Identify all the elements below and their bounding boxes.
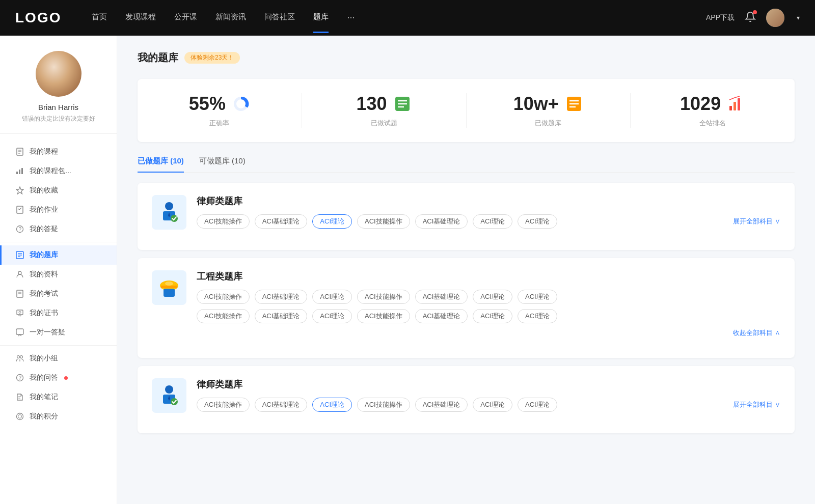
qbank-card-header: 律师类题库 ACI技能操作 ACI基础理论 ACI理论 ACI技能操作 ACI基… [152,378,780,413]
sidebar-item-answers[interactable]: ? 我的答疑 [0,219,117,239]
tag[interactable]: ACI理论 [473,214,512,229]
sidebar-item-course-pack[interactable]: 我的课程包... [0,161,117,181]
svg-rect-5 [19,170,20,174]
nav-discover[interactable]: 发现课程 [125,12,156,24]
nav-qbank[interactable]: 题库 [313,12,329,24]
stat-top: 55% [189,93,250,115]
stat-top: 1029 [680,93,745,115]
logo: LOGO [15,10,61,26]
sidebar-label: 一对一答疑 [30,328,65,337]
sidebar-item-homework[interactable]: 我的作业 [0,200,117,219]
sidebar-item-group[interactable]: 我的小组 [0,349,117,368]
qbank-card-lawyer-1: 律师类题库 ACI技能操作 ACI基础理论 ACI理论 ACI技能操作 ACI基… [138,183,795,250]
sidebar-item-favorites[interactable]: 我的收藏 [0,181,117,200]
user-name: Brian Harris [38,103,78,111]
tag[interactable]: ACI基础理论 [415,290,468,304]
tags-row-extra: ACI技能操作 ACI基础理论 ACI理论 ACI技能操作 ACI基础理论 AC… [197,309,780,323]
tag[interactable]: ACI技能操作 [357,214,410,229]
qbank-icon [15,250,24,260]
sidebar-item-cert[interactable]: 我的证书 [0,303,117,323]
tag[interactable]: ACI技能操作 [357,290,410,304]
qbank-card-lawyer-2: 律师类题库 ACI技能操作 ACI基础理论 ACI理论 ACI技能操作 ACI基… [138,366,795,433]
tag[interactable]: ACI理论 [518,290,557,304]
bar-red-icon [727,95,745,113]
tag[interactable]: ACI理论 [518,398,557,412]
user-avatar[interactable] [766,9,784,27]
sidebar-item-my-courses[interactable]: 我的课程 [0,142,117,161]
tag-selected[interactable]: ACI理论 [312,398,352,412]
tag[interactable]: ACI理论 [473,309,512,323]
qbank-title: 工程类题库 [197,270,780,283]
svg-point-43 [165,202,173,210]
sidebar-item-points[interactable]: 我的积分 [0,407,117,426]
app-download[interactable]: APP下载 [706,13,735,22]
stat-done-banks: 10w+ 已做题库 [467,93,631,128]
tag[interactable]: ACI基础理论 [415,214,468,229]
sidebar-item-notes[interactable]: 我的笔记 [0,387,117,407]
tag[interactable]: ACI技能操作 [357,309,410,323]
expand-link[interactable]: 展开全部科目 ∨ [733,400,780,409]
tag[interactable]: ACI技能操作 [197,214,250,229]
navbar-more[interactable]: ··· [347,12,355,24]
stat-label: 全站排名 [699,119,726,128]
navbar: LOGO 首页 发现课程 公开课 新闻资讯 问答社区 题库 ··· APP下载 … [0,0,815,36]
tag[interactable]: ACI基础理论 [415,398,468,412]
sidebar-label: 我的笔记 [30,393,58,402]
sidebar-label: 我的考试 [30,289,58,298]
sidebar-item-qbank[interactable]: 我的题库 [0,245,117,265]
expand-link[interactable]: 展开全部科目 ∨ [733,217,780,226]
stat-label: 正确率 [209,119,229,128]
cert-icon [15,309,24,318]
qa-icon: ? [15,373,24,382]
star-icon [15,186,24,195]
avatar-chevron[interactable]: ▾ [797,14,800,21]
sidebar-item-questions[interactable]: ? 我的问答 [0,368,117,387]
notification-bell[interactable] [745,11,756,24]
sidebar-item-exam[interactable]: 我的考试 [0,284,117,303]
sidebar-menu: 我的课程 我的课程包... 我的收藏 我的作业 [0,139,117,429]
tag[interactable]: ACI基础理论 [255,309,308,323]
sidebar-label: 我的资料 [30,270,58,279]
stat-value: 10w+ [513,93,559,115]
tag[interactable]: ACI理论 [312,290,352,304]
svg-rect-48 [161,286,177,288]
collapse-link[interactable]: 收起全部科目 ∧ [197,328,780,338]
tag[interactable]: ACI技能操作 [197,290,250,304]
svg-point-15 [18,271,21,274]
trial-badge: 体验剩余23天！ [184,52,240,64]
nav-qa[interactable]: 问答社区 [264,12,295,24]
stat-rank: 1029 全站排名 [631,93,795,128]
sidebar-label: 我的证书 [30,309,58,318]
nav-home[interactable]: 首页 [92,12,107,24]
tab-done[interactable]: 已做题库 (10) [138,156,184,172]
tag-selected[interactable]: ACI理论 [312,214,352,229]
tag[interactable]: ACI技能操作 [197,398,250,412]
tag[interactable]: ACI技能操作 [357,398,410,412]
question-icon: ? [15,225,24,234]
divider [0,242,117,242]
tag[interactable]: ACI基础理论 [255,214,308,229]
tag[interactable]: ACI理论 [473,290,512,304]
chat-icon [15,328,24,337]
tag[interactable]: ACI基础理论 [255,398,308,412]
notification-dot [753,10,757,14]
tag[interactable]: ACI理论 [518,309,557,323]
svg-rect-49 [165,282,173,286]
stat-done-questions: 130 已做试题 [302,93,467,128]
tag[interactable]: ACI基础理论 [415,309,468,323]
sidebar-item-tutoring[interactable]: 一对一答疑 [0,323,117,342]
svg-point-20 [19,312,21,314]
sidebar-item-profile[interactable]: 我的资料 [0,265,117,284]
tag[interactable]: ACI理论 [518,214,557,229]
qbank-icon-lawyer [152,195,186,230]
nav-news[interactable]: 新闻资讯 [215,12,246,24]
tag[interactable]: ACI技能操作 [197,309,250,323]
svg-rect-6 [21,168,23,174]
nav-open-course[interactable]: 公开课 [174,12,197,24]
notes-icon [15,393,24,402]
tag[interactable]: ACI理论 [312,309,352,323]
tags-row: ACI技能操作 ACI基础理论 ACI理论 ACI技能操作 ACI基础理论 AC… [197,398,780,412]
tag[interactable]: ACI基础理论 [255,290,308,304]
tag[interactable]: ACI理论 [473,398,512,412]
tab-available[interactable]: 可做题库 (10) [199,156,246,172]
